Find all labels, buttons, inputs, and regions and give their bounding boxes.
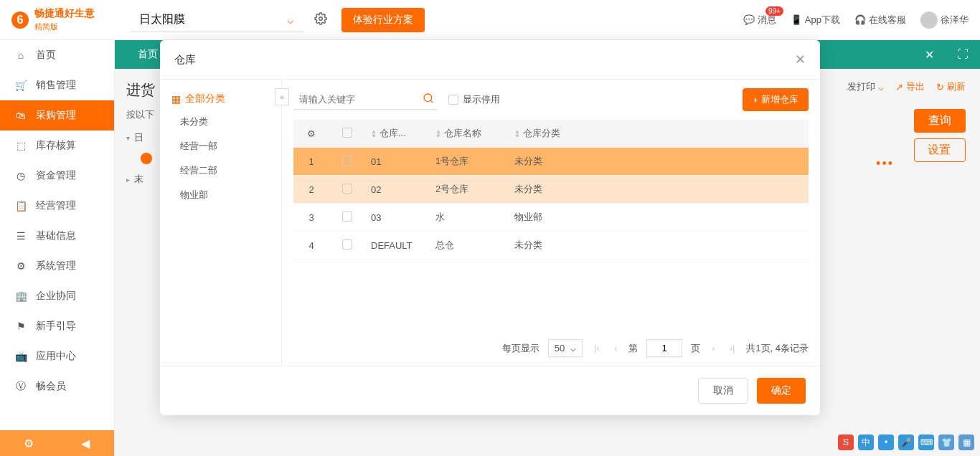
ime-lang-icon[interactable]: 中 [858,434,874,450]
ime-mic-icon[interactable]: 🎤 [898,434,914,450]
collapse-panel-button[interactable]: « [275,88,289,105]
warehouse-modal: 仓库 ✕ ▦ 全部分类 未分类 经营一部 经营二部 物业部 « [160,40,820,415]
add-warehouse-button[interactable]: + 新增仓库 [743,88,809,111]
ime-taskbar: S 中 • 🎤 ⌨ 👕 ▦ [838,434,974,450]
table-row[interactable]: 3 03 水 物业部 [293,204,809,232]
first-page-button[interactable]: |‹ [591,343,603,353]
show-disabled-checkbox[interactable]: 显示停用 [448,93,500,106]
svg-point-1 [424,94,432,102]
modal-overlay: 仓库 ✕ ▦ 全部分类 未分类 经营一部 经营二部 物业部 « [0,0,980,456]
next-page-button[interactable]: › [709,343,717,353]
category-panel: ▦ 全部分类 未分类 经营一部 经营二部 物业部 [160,80,282,366]
sort-icon: ▲▼ [371,130,377,138]
page-label-pre: 第 [628,342,638,355]
search-input[interactable] [293,90,437,110]
col-checkbox[interactable] [329,120,365,148]
table-row[interactable]: 2 02 2号仓库 未分类 [293,176,809,204]
sort-icon: ▲▼ [435,130,441,138]
grid-icon: ▦ [171,93,181,105]
cat-dept2[interactable]: 经营二部 [160,158,281,183]
ime-skin-icon[interactable]: 👕 [938,434,954,450]
ime-menu-icon[interactable]: ▦ [958,434,974,450]
ime-punct-icon[interactable]: • [878,434,894,450]
svg-line-2 [430,100,433,103]
page-summary: 共1页, 4条记录 [746,342,809,355]
row-checkbox[interactable] [342,239,352,250]
cat-dept1[interactable]: 经营一部 [160,134,281,158]
cat-property[interactable]: 物业部 [160,183,281,207]
row-checkbox[interactable] [342,212,352,222]
plus-icon: + [753,95,758,105]
per-page-select[interactable]: 50 ⌵ [548,339,583,357]
sort-icon: ▲▼ [514,130,520,138]
row-checkbox[interactable] [342,184,352,194]
per-page-label: 每页显示 [502,342,540,355]
close-icon[interactable]: ✕ [795,52,806,67]
checkbox-icon [448,95,458,105]
page-label-post: 页 [691,342,700,355]
table-panel: 显示停用 + 新增仓库 ⚙ ▲▼仓库... ▲▼仓库名称 ▲ [282,80,820,366]
modal-body: ▦ 全部分类 未分类 经营一部 经营二部 物业部 « [160,79,820,366]
col-settings[interactable]: ⚙ [293,120,329,148]
confirm-button[interactable]: 确定 [757,378,806,404]
modal-header: 仓库 ✕ [160,40,820,79]
row-checkbox[interactable] [342,156,352,166]
modal-title: 仓库 [174,53,196,67]
page-input[interactable] [646,339,682,357]
all-categories[interactable]: ▦ 全部分类 [160,88,281,110]
ime-keyboard-icon[interactable]: ⌨ [918,434,934,450]
col-code[interactable]: ▲▼仓库... [365,120,430,148]
col-name[interactable]: ▲▼仓库名称 [430,120,509,148]
ime-sogou-icon[interactable]: S [838,434,854,450]
chevron-down-icon: ⌵ [570,343,576,353]
warehouse-table: ⚙ ▲▼仓库... ▲▼仓库名称 ▲▼仓库分类 1 01 1号仓库 [293,120,809,260]
cat-uncategorized[interactable]: 未分类 [160,110,281,134]
last-page-button[interactable]: ›| [727,343,738,353]
table-row[interactable]: 1 01 1号仓库 未分类 [293,148,809,176]
gear-col-icon: ⚙ [307,128,316,139]
pagination: 每页显示 50 ⌵ |‹ ‹ 第 页 › ›| 共1页, 4条记录 [293,328,809,357]
table-row[interactable]: 4 DEFAULT 总仓 未分类 [293,232,809,260]
search-box [293,90,437,110]
search-row: 显示停用 + 新增仓库 [293,88,809,111]
cancel-button[interactable]: 取消 [698,378,748,404]
search-icon[interactable] [423,92,434,107]
table-header: ⚙ ▲▼仓库... ▲▼仓库名称 ▲▼仓库分类 [293,120,809,148]
col-category[interactable]: ▲▼仓库分类 [509,120,809,148]
prev-page-button[interactable]: ‹ [611,343,620,353]
modal-footer: 取消 确定 [160,366,820,415]
